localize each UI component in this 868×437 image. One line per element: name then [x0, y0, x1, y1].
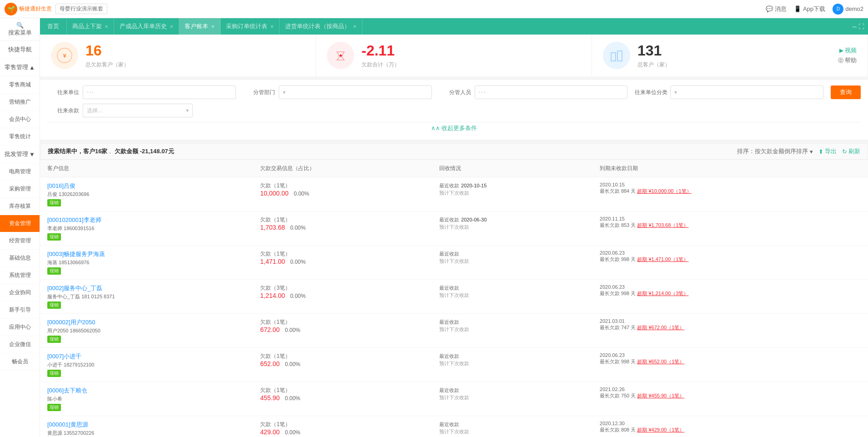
owe-amount-0[interactable]: 10,000.00 [260, 190, 288, 197]
tab-close-icon2[interactable]: ✕ [170, 24, 173, 29]
owe-amount-3[interactable]: 1,214.00 [260, 292, 285, 299]
filter-source-unit-input[interactable]: ··· [83, 85, 236, 99]
sidebar-item-apps[interactable]: 应用中心 [0, 319, 40, 336]
sidebar-item-business[interactable]: 经营管理 [0, 232, 40, 250]
table-row: [0007]小进千 小进千 18279152100 现销 欠款（1笔） 652.… [40, 348, 868, 382]
tab-inbound-stats[interactable]: 进货单统计表（按商品） ✕ [280, 18, 362, 35]
owe-amount-1[interactable]: 1,703.68 [260, 224, 285, 231]
app-download-btn[interactable]: 📱 App下载 [794, 5, 825, 13]
tab-production-history[interactable]: 产成品入库单历史 ✕ [114, 18, 179, 35]
cell-recovery-7: 最近收款 预计下次收款 [432, 416, 592, 437]
tab-close-icon3[interactable]: ✕ [211, 24, 215, 29]
tab-close-icon4[interactable]: ✕ [270, 24, 274, 29]
collapse-btn[interactable]: ∧∧ 收起更多条件 [47, 122, 861, 134]
owe-amount-5[interactable]: 652.00 [260, 360, 280, 367]
sidebar-item-basic-info[interactable]: 基础信息 [0, 250, 40, 267]
customer-tag-6: 现销 [47, 404, 61, 411]
tab-purchase-stats[interactable]: 采购订单统计表 ✕ [221, 18, 280, 35]
customer-name-0[interactable]: [0016]吕俊 [47, 182, 246, 190]
tab-min-icon[interactable]: ─ [853, 23, 857, 30]
due-date-0: 2020.10.15 [600, 182, 861, 187]
col-recovery: 回收情况 [432, 160, 592, 177]
customer-name-5[interactable]: [0007]小进千 [47, 352, 246, 361]
sidebar-item-system[interactable]: 系统管理 [0, 267, 40, 284]
sidebar-item-ecommerce[interactable]: 电商管理 [0, 163, 40, 181]
overdue-link-0[interactable]: 超期 ¥10,000.00（1笔） [637, 188, 691, 194]
tab-customer-account[interactable]: 客户账本 ✕ [179, 18, 221, 35]
customer-name-3[interactable]: [0002]服务中心_丁磊 [47, 284, 246, 292]
sidebar-item-retail-management[interactable]: 零售管理 ▲ [0, 59, 40, 76]
next-collect-2: 预计下次收款 [439, 257, 585, 265]
help-btn[interactable]: ⓪ 帮助 [838, 56, 857, 65]
cell-owe-6: 欠款（1笔） 455.90 0.00% [253, 382, 432, 416]
stat-icon-amount: ✦ [327, 42, 354, 69]
overdue-link-5[interactable]: 超期 ¥652.00（1笔） [637, 359, 684, 364]
refresh-btn[interactable]: ↻ 刷新 [842, 147, 860, 156]
customer-name-4[interactable]: [000002]用户2050 [47, 318, 246, 326]
cell-due-6: 2021.02.26 最长欠款 750 天 超期 ¥455.90（1笔） [592, 382, 868, 416]
export-label: 导出 [825, 147, 837, 156]
tab-close-icon[interactable]: ✕ [105, 24, 108, 29]
due-days-0: 最长欠款 884 天 超期 ¥10,000.00（1笔） [600, 187, 861, 195]
brand-icon: 🌱 [5, 3, 17, 15]
customer-name-6[interactable]: [0006]去下粮仓 [47, 387, 246, 395]
customer-name-1[interactable]: [0001020001]李老师 [47, 216, 246, 224]
overdue-link-3[interactable]: 超期 ¥1,214.00（3笔） [637, 291, 688, 296]
filter-balance-input[interactable]: 选择... ▾ [83, 104, 193, 117]
top-bar-left: 🌱 畅捷通好生意 母婴行业演示账套 [5, 3, 107, 15]
customer-name-2[interactable]: [0003]畅捷服务尹海蒸 [47, 250, 246, 258]
owe-ratio-7: 0.00% [285, 429, 300, 436]
message-btn[interactable]: 💬 消息 [766, 5, 787, 13]
owe-amount-4[interactable]: 672.00 [260, 326, 280, 333]
sidebar-item-inventory[interactable]: 库存核算 [0, 198, 40, 215]
owe-amount-2[interactable]: 1,471.00 [260, 258, 285, 265]
sidebar-item-quick-nav[interactable]: 快捷导航 [0, 41, 40, 59]
owe-amount-6[interactable]: 455.90 [260, 394, 280, 402]
export-btn[interactable]: ⬆ 导出 [818, 147, 837, 156]
data-table: 客户信息 欠款交易信息（占比） 回收情况 到期未收款日期 [0016]吕俊 吕俊… [40, 160, 868, 437]
sidebar-search[interactable]: 🔍 搜索菜单 [0, 18, 40, 41]
overdue-link-6[interactable]: 超期 ¥455.90（1笔） [637, 393, 684, 398]
overdue-link-2[interactable]: 超期 ¥1,471.00（1笔） [637, 256, 688, 262]
cell-owe-4: 欠款（1笔） 672.00 0.00% [253, 314, 432, 348]
sidebar-item-members[interactable]: 会员中心 [0, 111, 40, 128]
sidebar-item-finance[interactable]: 资金管理 [0, 215, 40, 232]
cell-due-7: 2020.12.30 最长欠款 808 天 超期 ¥429.00（1笔） [592, 416, 868, 437]
owe-label-1: 欠款（1笔） [260, 216, 291, 223]
video-btn[interactable]: ▶ 视频 [839, 46, 857, 55]
tab-product-listing[interactable]: 商品上下架 ✕ [67, 18, 114, 35]
sidebar-item-retail-stats[interactable]: 零售统计 [0, 128, 40, 146]
filter-person-input[interactable]: ··· [475, 85, 628, 99]
tab-max-icon[interactable]: ⛶ [858, 23, 864, 30]
sidebar-item-wechat[interactable]: 企业微信 [0, 336, 40, 353]
overdue-link-1[interactable]: 超期 ¥1,703.68（1笔） [637, 222, 688, 228]
customer-contact-3: 服务中心_丁磊 181 0125 8371 [47, 293, 246, 300]
sidebar-item-marketing[interactable]: 营销推广 [0, 94, 40, 111]
col-owe-info: 欠款交易信息（占比） [253, 160, 432, 177]
store-select[interactable]: 母婴行业演示账套 [55, 4, 107, 14]
tab-close-icon5[interactable]: ✕ [353, 24, 356, 29]
sidebar-item-guide[interactable]: 新手引导 [0, 301, 40, 319]
due-days-4: 最长欠款 747 天 超期 ¥672.00（1笔） [600, 324, 861, 331]
sidebar-item-purchase[interactable]: 采购管理 [0, 181, 40, 198]
search-button[interactable]: 查询 [831, 85, 861, 99]
owe-amount-7[interactable]: 429.00 [260, 428, 280, 436]
filter-dept-input[interactable]: ▾ [279, 85, 432, 99]
filter-unit-category-input[interactable]: ▾ [670, 85, 823, 99]
sidebar-item-member-vip[interactable]: 畅会员 [0, 353, 40, 371]
svg-rect-4 [617, 51, 622, 61]
owe-ratio-3: 0.00% [290, 293, 306, 299]
stat-label-total: 总客户（家） [637, 61, 670, 69]
sort-select[interactable]: 排序：按欠款金额倒序排序 ▾ [737, 147, 813, 156]
sidebar-item-enterprise[interactable]: 企业协同 [0, 284, 40, 301]
table-row: [0016]吕俊 吕俊 13026203696 现销 欠款（1笔） 10,000… [40, 177, 868, 211]
cell-recovery-4: 最近收款 预计下次收款 [432, 314, 592, 348]
user-profile[interactable]: D demo2 [833, 4, 863, 15]
customer-name-7[interactable]: [000001]黄思源 [47, 421, 246, 429]
owe-label-2: 欠款（1笔） [260, 251, 291, 257]
sidebar-item-retail-store[interactable]: 零售商城 [0, 76, 40, 94]
overdue-link-4[interactable]: 超期 ¥672.00（1笔） [637, 325, 684, 330]
sidebar-item-wholesale-management[interactable]: 批发管理 ▼ [0, 146, 40, 163]
overdue-link-7[interactable]: 超期 ¥429.00（1笔） [637, 427, 684, 432]
tab-home[interactable]: 首页 [40, 18, 67, 35]
